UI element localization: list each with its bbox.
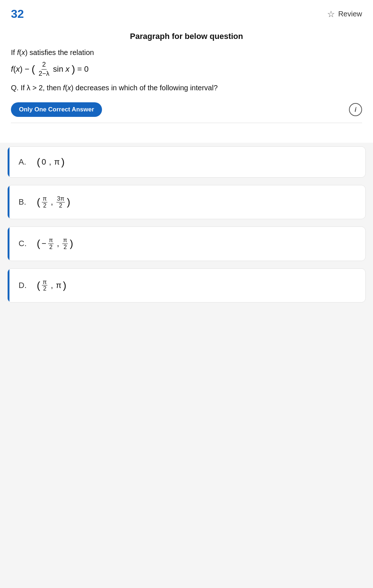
option-c-paren-open: ( [37,238,40,249]
option-a-math: ( 0 , π ) [37,157,64,167]
info-letter: i [354,106,356,114]
option-b-frac1-den: 2 [42,202,47,209]
option-b-label: B. [19,197,30,207]
option-c-math: ( − π 2 , π 2 ) [37,237,73,250]
option-c-paren-close: ) [70,238,73,249]
equation-paren-close: ) [72,64,75,74]
option-c-frac1-den: 2 [48,244,53,250]
option-b-paren-open: ( [37,197,40,207]
option-d-frac1: π 2 [42,279,47,292]
answer-type-section: Only One Correct Answer i [11,102,362,117]
review-label: Review [338,10,362,18]
option-d-label: D. [19,281,30,290]
option-c-frac2: π 2 [62,237,68,250]
option-a-pi: π [54,157,60,167]
star-icon: ☆ [327,9,335,19]
option-b-paren-close: ) [67,197,70,207]
info-icon[interactable]: i [349,103,362,116]
equation-paren-open: ( [32,64,35,74]
option-c[interactable]: C. ( − π 2 , π 2 ) [7,226,366,261]
option-c-neg: − [42,239,46,248]
option-c-comma: , [57,239,59,248]
option-d-paren-open: ( [37,280,40,291]
option-d-paren-close: ) [63,280,66,291]
option-a[interactable]: A. ( 0 , π ) [7,146,366,178]
option-c-frac2-den: 2 [63,244,67,250]
question-text: Q. If λ > 2, then f(x) decreases in whic… [11,82,362,94]
equation-minus: − [25,64,30,74]
divider [11,123,362,123]
option-b-comma: , [51,197,53,207]
option-b-frac2-num: 3π [56,196,65,202]
option-b[interactable]: B. ( π 2 , 3π 2 ) [7,185,366,219]
option-a-value: 0 [42,157,46,167]
option-d[interactable]: D. ( π 2 , π ) [7,268,366,303]
equation-fx: f(x) [11,64,23,74]
option-a-comma: , [49,157,51,167]
option-a-paren-close: ) [61,157,64,167]
question-number: 32 [11,7,24,21]
review-button[interactable]: ☆ Review [327,9,362,19]
option-d-frac1-num: π [42,279,47,286]
page-container: 32 ☆ Review Paragraph for below question… [0,0,373,588]
header: 32 ☆ Review [0,0,373,24]
option-d-comma: , [51,281,53,290]
option-d-math: ( π 2 , π ) [37,279,66,292]
options-area: A. ( 0 , π ) B. ( π 2 , 3π 2 [0,143,373,321]
option-d-frac1-den: 2 [42,285,47,292]
paragraph-intro: If f(x) satisfies the relation [11,47,362,58]
option-c-label: C. [19,239,30,248]
paragraph-title: Paragraph for below question [11,32,362,41]
equation-equals: = 0 [77,64,89,74]
option-b-math: ( π 2 , 3π 2 ) [37,196,70,209]
content-area: Paragraph for below question If f(x) sat… [0,24,373,143]
option-a-paren-open: ( [37,157,40,167]
option-b-frac1-num: π [42,196,47,202]
option-b-frac2-den: 2 [58,202,63,209]
answer-type-badge: Only One Correct Answer [11,102,102,117]
equation-line: f(x) − ( 2 2−λ sin x ) = 0 [11,61,362,78]
option-c-frac2-num: π [62,237,68,244]
option-c-frac1-num: π [48,237,54,244]
option-a-label: A. [19,157,30,167]
fraction-numerator: 2 [42,61,47,70]
equation-sin: sin x [53,64,70,74]
option-b-frac1: π 2 [42,196,47,209]
option-b-frac2: 3π 2 [56,196,65,209]
option-d-pi: π [56,281,62,290]
equation-fraction: 2 2−λ [38,61,50,78]
fraction-denominator: 2−λ [38,70,50,78]
option-c-frac1: π 2 [48,237,54,250]
